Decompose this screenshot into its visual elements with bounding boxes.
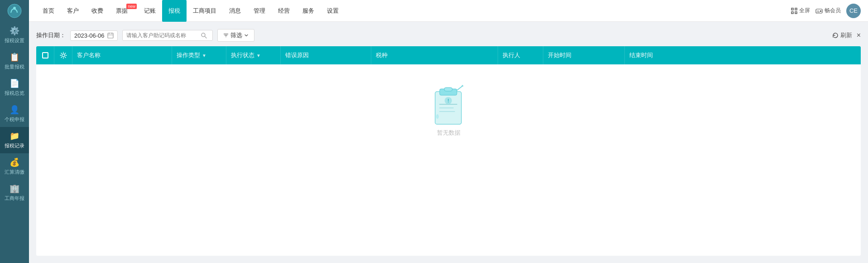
page-content: 操作日期： 2023-06-06: [29, 22, 868, 263]
nav-item-jingying[interactable]: 经营: [272, 0, 296, 22]
sidebar-item-baoshui-zonglian[interactable]: 📄 报税总览: [0, 74, 29, 101]
svg-rect-4: [791, 12, 793, 14]
refresh-button[interactable]: 刷新: [832, 31, 852, 39]
search-box[interactable]: [122, 30, 213, 41]
th-checkbox[interactable]: [36, 46, 54, 64]
sidebar-item-label: 工商年报: [5, 195, 24, 202]
svg-rect-20: [444, 88, 452, 91]
svg-point-1: [13, 7, 16, 10]
topnav-items: 首页 客户 收费 票据 new 记账 报税 工商项目 消息: [36, 0, 791, 22]
sidebar-item-label: 汇算清缴: [5, 169, 24, 175]
member-button[interactable]: 畅会员: [815, 7, 841, 15]
member-label: 畅会员: [825, 7, 841, 15]
sidebar-item-piliang-baoshui[interactable]: 📋 批量报税: [0, 48, 29, 74]
sidebar-item-label: 报税设置: [5, 37, 24, 44]
th-tax-type: 税种: [371, 46, 498, 64]
svg-point-28: [436, 114, 439, 119]
nav-item-client[interactable]: 客户: [61, 0, 85, 22]
huisuan-jiaona-icon: 💰: [10, 157, 19, 167]
th-error-reason: 错误原因: [281, 46, 371, 64]
sidebar-item-huisuan-jiaona[interactable]: 💰 汇算清缴: [0, 153, 29, 180]
sidebar-item-label: 报税总览: [5, 90, 24, 97]
baoshui-shezhi-icon: ⚙️: [10, 26, 19, 36]
nav-item-shoufei[interactable]: 收费: [85, 0, 110, 22]
refresh-icon: [832, 32, 839, 39]
th-execution-status[interactable]: 执行状态 ▼: [226, 46, 281, 64]
main-area: 首页 客户 收费 票据 new 记账 报税 工商项目 消息: [29, 0, 868, 263]
select-all-checkbox[interactable]: [42, 52, 48, 58]
settings-icon: [60, 52, 67, 59]
baoshui-zonglian-icon: 📄: [10, 78, 19, 88]
sidebar-item-label: 报税记录: [5, 142, 24, 149]
fullscreen-label: 全屏: [799, 7, 810, 15]
app-logo: [0, 0, 29, 22]
th-operation-type[interactable]: 操作类型 ▼: [172, 46, 226, 64]
sidebar-item-geshui-shenbao[interactable]: 👤 个税申报: [0, 101, 29, 127]
baoshui-jilu-icon: 📁: [10, 131, 19, 141]
th-executor: 执行人: [498, 46, 543, 64]
table-body: ! 暂无数据: [36, 64, 861, 256]
sidebar-item-label: 个税申报: [5, 116, 24, 123]
nav-item-jizhang[interactable]: 记账: [138, 0, 162, 22]
topnav-right: 全屏 畅会员 CE: [791, 4, 861, 18]
svg-point-17: [62, 54, 65, 57]
member-icon: [815, 7, 823, 15]
sidebar-item-baoshui-shezhi[interactable]: ⚙️ 报税设置: [0, 22, 29, 48]
chevron-down-icon: [244, 33, 249, 38]
fullscreen-icon: [791, 8, 797, 14]
nav-item-piao[interactable]: 票据 new: [110, 0, 138, 22]
date-picker[interactable]: 2023-06-06: [70, 30, 118, 41]
toolbar-right: 刷新 ×: [832, 31, 861, 39]
nav-item-guanli[interactable]: 管理: [247, 0, 272, 22]
svg-rect-3: [795, 8, 797, 10]
table-header: 客户名称 操作类型 ▼ 执行状态 ▼ 错误原因 税种 执行人: [36, 46, 861, 64]
th-start-time: 开始时间: [543, 46, 625, 64]
geshui-shenbao-icon: 👤: [10, 105, 19, 115]
user-avatar[interactable]: CE: [846, 4, 861, 18]
empty-text: 暂无数据: [437, 129, 460, 137]
svg-rect-7: [820, 10, 821, 12]
nav-item-xiaoxi[interactable]: 消息: [223, 0, 247, 22]
th-settings[interactable]: [54, 46, 72, 64]
filter-label: 筛选: [230, 31, 242, 39]
toolbar: 操作日期： 2023-06-06: [36, 29, 861, 42]
piliang-baoshui-icon: 📋: [10, 52, 19, 62]
th-client-name: 客户名称: [72, 46, 172, 64]
filter-icon: [223, 33, 229, 38]
svg-text:!: !: [447, 98, 449, 103]
filter-button[interactable]: 筛选: [217, 29, 254, 42]
close-button[interactable]: ×: [857, 31, 861, 39]
fullscreen-button[interactable]: 全屏: [791, 7, 810, 15]
sort-icon-operation: ▼: [202, 53, 206, 58]
sidebar-item-gongshang-nianbao[interactable]: 🏢 工商年报: [0, 180, 29, 206]
svg-line-13: [205, 37, 206, 39]
sort-icon-status: ▼: [256, 53, 261, 58]
empty-icon: !: [428, 83, 469, 123]
calendar-icon: [107, 32, 114, 39]
gongshang-nianbao-icon: 🏢: [10, 184, 19, 194]
sidebar-item-label: 批量报税: [5, 63, 24, 70]
date-value: 2023-06-06: [74, 32, 105, 39]
svg-point-0: [8, 4, 21, 18]
nav-item-shezhi[interactable]: 设置: [321, 0, 345, 22]
search-input[interactable]: [126, 32, 199, 39]
nav-item-baoshui[interactable]: 报税: [162, 0, 187, 22]
search-icon: [201, 32, 207, 39]
nav-item-home[interactable]: 首页: [36, 0, 61, 22]
svg-rect-5: [795, 12, 797, 14]
svg-point-12: [201, 33, 205, 37]
nav-item-fuwu[interactable]: 服务: [296, 0, 321, 22]
user-initials: CE: [849, 7, 858, 14]
topnav: 首页 客户 收费 票据 new 记账 报税 工商项目 消息: [29, 0, 868, 22]
table-container: 客户名称 操作类型 ▼ 执行状态 ▼ 错误原因 税种 执行人: [36, 46, 861, 256]
date-label: 操作日期：: [36, 31, 66, 39]
sidebar: ⚙️ 报税设置 📋 批量报税 📄 报税总览 👤 个税申报 📁 报税记录 💰 汇算…: [0, 0, 29, 263]
refresh-label: 刷新: [840, 31, 852, 39]
svg-rect-2: [791, 8, 793, 10]
nav-item-gongshang[interactable]: 工商项目: [187, 0, 223, 22]
new-badge: new: [126, 4, 137, 10]
th-end-time: 结束时间: [625, 46, 688, 64]
empty-state: ! 暂无数据: [36, 64, 861, 155]
svg-rect-8: [108, 33, 113, 38]
sidebar-item-baoshui-jilu[interactable]: 📁 报税记录: [0, 127, 29, 153]
